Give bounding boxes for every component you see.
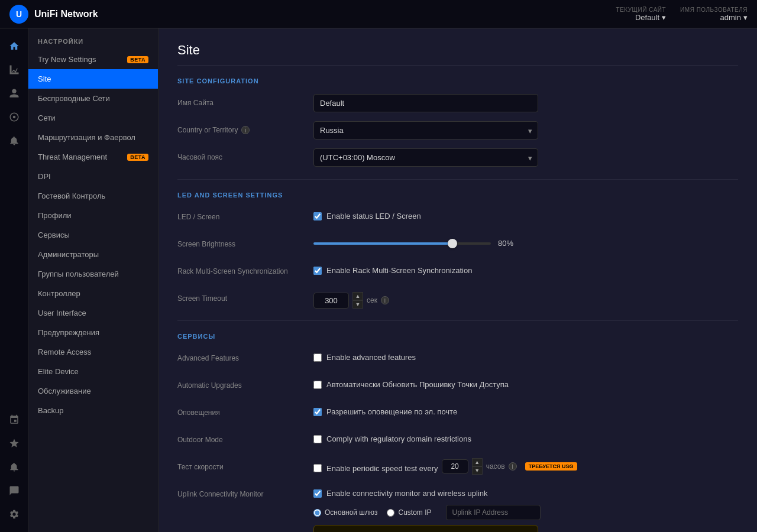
uplink-ip-input[interactable] — [446, 505, 541, 520]
timeout-down-button[interactable]: ▼ — [352, 300, 363, 309]
sidebar-item-wireless[interactable]: Беспроводные Сети — [28, 89, 158, 108]
sidebar-icon-clients[interactable] — [4, 83, 25, 104]
outdoor-mode-row: Outdoor Mode Comply with regulatory doma… — [177, 431, 738, 450]
sidebar-item-admins[interactable]: Администраторы — [28, 245, 158, 264]
timeout-up-button[interactable]: ▲ — [352, 292, 363, 300]
led-screen-checkbox-label[interactable]: Enable status LED / Screen — [313, 208, 738, 220]
speed-down-button[interactable]: ▼ — [472, 466, 483, 475]
notifications-checkbox-label[interactable]: Разрешить оповещение по эл. почте — [313, 404, 738, 416]
speed-unit: часов — [486, 462, 505, 471]
notifications-checkbox[interactable] — [313, 408, 322, 416]
sidebar-icon-bell[interactable] — [4, 456, 25, 478]
timezone-control: (UTC+03:00) Moscow — [313, 148, 738, 167]
uplink-radio1[interactable] — [313, 509, 321, 517]
speed-test-text: Enable periodic speed test every — [326, 464, 438, 473]
advanced-features-checkbox[interactable] — [313, 353, 322, 362]
sidebar-icon-chat[interactable] — [4, 480, 25, 501]
led-screen-checkbox[interactable] — [313, 212, 322, 220]
country-info-icon[interactable]: i — [241, 126, 250, 134]
sidebar-item-elite-device[interactable]: Elite Device — [28, 362, 158, 381]
led-screen-row: LED / Screen Enable status LED / Screen — [177, 208, 738, 227]
speed-test-checkbox[interactable] — [313, 464, 322, 472]
brightness-control: 80% — [313, 235, 738, 248]
svg-point-0 — [12, 116, 15, 119]
rack-sync-control: Enable Rack Multi-Screen Synchronization — [313, 262, 738, 275]
timeout-spinner: ▲ ▼ — [352, 292, 363, 309]
rack-sync-checkbox[interactable] — [313, 267, 322, 275]
timeout-input[interactable] — [313, 293, 349, 309]
sidebar-icon-stats[interactable] — [4, 59, 25, 80]
sidebar-item-threat[interactable]: Threat Management BETA — [28, 147, 158, 167]
uplink-radio2-label[interactable]: Custom IP — [387, 508, 431, 517]
uplink-row: Uplink Connectivity Monitor Enable conne… — [177, 485, 738, 532]
uplink-radio2[interactable] — [387, 509, 394, 517]
sidebar-icon-schedule[interactable] — [4, 409, 25, 430]
sidebar-icon-devices[interactable] — [4, 106, 25, 128]
divider-1 — [177, 179, 738, 180]
advanced-features-text: Enable advanced features — [326, 353, 416, 362]
sidebar-item-controller[interactable]: Контроллер — [28, 284, 158, 303]
auto-upgrades-control: Автоматически Обновить Прошивку Точки До… — [313, 377, 738, 389]
sidebar-item-services[interactable]: Сервисы — [28, 225, 158, 245]
sidebar-item-site[interactable]: Site — [28, 69, 158, 89]
site-name-input[interactable] — [313, 94, 538, 112]
brand-name: UniFi Network — [34, 9, 98, 20]
rack-sync-checkbox-label[interactable]: Enable Rack Multi-Screen Synchronization — [313, 262, 738, 275]
outdoor-mode-text: Comply with regulatory domain restrictio… — [326, 434, 471, 443]
user-selector[interactable]: ИМЯ ПОЛЬЗОВАТЕЛЯ admin ▾ — [680, 7, 748, 22]
brightness-label: Screen Brightness — [177, 235, 313, 248]
timezone-label: Часовой пояс — [177, 148, 313, 161]
brightness-slider-row: 80% — [313, 235, 738, 248]
led-screen-label: LED / Screen — [177, 208, 313, 221]
outdoor-mode-checkbox[interactable] — [313, 435, 322, 443]
speed-test-checkbox-label[interactable]: Enable periodic speed test every — [313, 460, 438, 473]
sidebar-icon-gear[interactable] — [4, 504, 25, 525]
uplink-radio1-label[interactable]: Основной шлюз — [313, 508, 377, 517]
uplink-checkbox-label[interactable]: Enable connectivity monitor and wireless… — [313, 485, 738, 498]
led-screen-header: LED AND SCREEN SETTINGS — [177, 192, 738, 199]
sidebar-item-backup[interactable]: Backup — [28, 401, 158, 420]
auto-upgrades-checkbox-label[interactable]: Автоматически Обновить Прошивку Точки До… — [313, 377, 738, 389]
uplink-checkbox[interactable] — [313, 489, 322, 498]
auto-upgrades-label: Automatic Upgrades — [177, 377, 313, 390]
sidebar-item-profiles[interactable]: Профили — [28, 206, 158, 225]
outdoor-mode-checkbox-label[interactable]: Comply with regulatory domain restrictio… — [313, 431, 738, 443]
sidebar-icon-star[interactable] — [4, 433, 25, 454]
uplink-warning-box: ⚠ Connectivity monitor will disable broa… — [313, 525, 538, 532]
advanced-features-checkbox-label[interactable]: Enable advanced features — [313, 349, 738, 362]
sidebar-item-user-interface[interactable]: User Interface — [28, 303, 158, 323]
uplink-radio2-text: Custom IP — [398, 508, 431, 517]
speed-up-button[interactable]: ▲ — [472, 458, 483, 466]
uplink-radio-group: Основной шлюз Custom IP — [313, 502, 738, 520]
sidebar-item-warnings[interactable]: Предупреждения — [28, 323, 158, 342]
sidebar-item-dpi[interactable]: DPI — [28, 167, 158, 186]
sidebar-item-maintenance[interactable]: Обслуживание — [28, 381, 158, 401]
uplink-control: Enable connectivity monitor and wireless… — [313, 485, 738, 532]
timeout-wrap: ▲ ▼ сек i — [313, 290, 738, 309]
auto-upgrades-checkbox[interactable] — [313, 381, 322, 389]
country-row: Country or Territory i Russia — [177, 121, 738, 140]
sidebar-item-user-groups[interactable]: Группы пользователей — [28, 264, 158, 284]
sidebar-item-remote-access[interactable]: Remote Access — [28, 342, 158, 362]
sidebar-item-routing[interactable]: Маршрутизация и Фаервол — [28, 128, 158, 147]
timeout-info-icon[interactable]: i — [381, 296, 389, 304]
timeout-unit: сек — [367, 296, 377, 304]
timezone-select[interactable]: (UTC+03:00) Moscow — [313, 148, 538, 167]
speed-test-control: Enable periodic speed test every ▲ ▼ час… — [313, 458, 738, 475]
brightness-row: Screen Brightness 80% — [177, 235, 738, 254]
country-select[interactable]: Russia — [313, 121, 538, 140]
sidebar-item-networks[interactable]: Сети — [28, 108, 158, 128]
uplink-label: Uplink Connectivity Monitor — [177, 485, 313, 498]
sidebar-icon-alerts[interactable] — [4, 130, 25, 151]
main-layout: НАСТРОЙКИ Try New Settings BETA Site Бес… — [0, 28, 757, 532]
user-value: admin ▾ — [720, 13, 748, 22]
site-value: Default ▾ — [635, 13, 666, 22]
site-selector[interactable]: ТЕКУЩИЙ САЙТ Default ▾ — [616, 7, 667, 22]
sidebar-item-try-new-settings[interactable]: Try New Settings BETA — [28, 50, 158, 69]
speed-test-inner: Enable periodic speed test every ▲ ▼ час… — [313, 458, 738, 475]
sidebar-item-guest[interactable]: Гостевой Контроль — [28, 186, 158, 206]
speed-info-icon[interactable]: i — [509, 462, 517, 471]
speed-test-value-input[interactable] — [442, 459, 468, 473]
brightness-slider[interactable] — [313, 242, 491, 245]
sidebar-icon-home[interactable] — [4, 35, 25, 57]
